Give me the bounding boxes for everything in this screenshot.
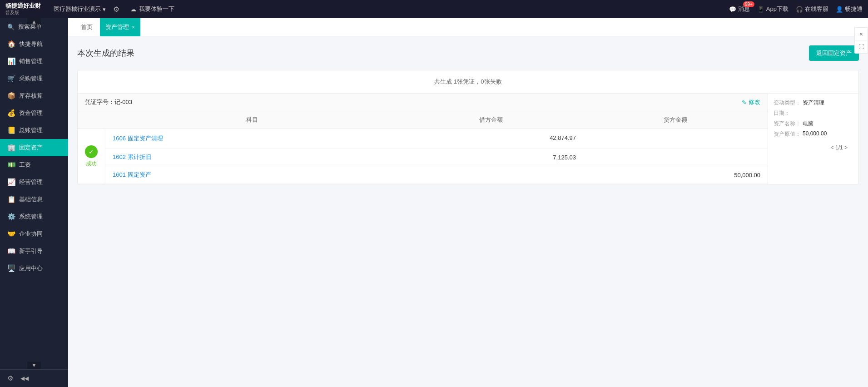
ledger-icon: 📒	[7, 126, 15, 134]
message-icon: 💬	[729, 6, 736, 13]
sidebar-item-inventory[interactable]: 📦 库存核算	[0, 87, 68, 104]
next-page-btn[interactable]: >	[844, 144, 848, 151]
close-panel-btn[interactable]: ×	[855, 28, 868, 40]
enterprise-icon: 🤝	[7, 230, 15, 238]
sidebar-item-purchase[interactable]: 🛒 采购管理	[0, 70, 68, 87]
account-cell-0: 1606 固定资产清理	[105, 129, 399, 149]
logo-text: 畅捷通好业财	[5, 2, 41, 10]
header-right: 💬 消息 99+ 📱 App下载 🎧 在线客服 👤 畅捷通	[729, 5, 863, 13]
voucher-table: 科目 借方金额 贷方金额	[78, 111, 768, 184]
change-type-row: 变动类型： 资产清理	[774, 99, 853, 107]
top-header: 畅捷通好业财 普及版 医疗器械行业演示 ▾ ⚙ ☁ 我要体验一下 💬 消息 99…	[0, 0, 868, 18]
company-selector[interactable]: 医疗器械行业演示 ▾	[54, 5, 106, 13]
scroll-up-btn[interactable]: ▲	[27, 18, 41, 25]
sidebar-label-appstore: 应用中心	[19, 264, 43, 273]
sidebar-label-quicknav: 快捷导航	[19, 40, 43, 48]
sidebar-label-inventory: 库存核算	[19, 92, 43, 100]
change-type-label: 变动类型：	[774, 99, 801, 107]
col-status	[78, 111, 105, 129]
tab-home-label: 首页	[81, 23, 93, 31]
sidebar-item-salary[interactable]: 💵 工资	[0, 156, 68, 174]
sidebar-item-guide[interactable]: 📖 新手引导	[0, 243, 68, 260]
sidebar-collapse-btn[interactable]: ◀◀	[20, 375, 29, 382]
sidebar-label-system: 系统管理	[19, 213, 43, 221]
tab-home[interactable]: 首页	[75, 18, 98, 36]
sidebar-item-basic[interactable]: 📋 基础信息	[0, 191, 68, 208]
page-title: 本次生成的结果	[77, 48, 134, 59]
logo: 畅捷通好业财 普及版	[5, 2, 41, 16]
sidebar-item-sales[interactable]: 📊 销售管理	[0, 53, 68, 70]
credit-cell-2: 50,000.00	[583, 166, 768, 184]
app-download-btn[interactable]: 📱 App下载	[757, 5, 789, 13]
sidebar-bottom: ⚙ ◀◀	[0, 369, 68, 387]
appstore-icon: 🖥️	[7, 264, 15, 273]
sidebar-item-enterprise[interactable]: 🤝 企业协同	[0, 225, 68, 243]
edit-button[interactable]: ✎ 修改	[742, 98, 760, 106]
system-icon: ⚙️	[7, 213, 15, 221]
home-icon: 🏠	[7, 40, 15, 48]
original-value-row: 资产原值： 50,000.00	[774, 130, 853, 138]
sidebar: ▲ 🔍 搜索菜单 🏠 快捷导航 📊 销售管理 🛒 采购管理 📦 库存核算 💰 资…	[0, 18, 68, 387]
sidebar-item-appstore[interactable]: 🖥️ 应用中心	[0, 260, 68, 277]
original-value-value: 50,000.00	[803, 130, 827, 138]
sidebar-item-operations[interactable]: 📈 经营管理	[0, 174, 68, 191]
main-layout: ▲ 🔍 搜索菜单 🏠 快捷导航 📊 销售管理 🛒 采购管理 📦 库存核算 💰 资…	[0, 18, 868, 387]
purchase-icon: 🛒	[7, 74, 15, 83]
return-fixed-asset-button[interactable]: 返回固定资产	[809, 45, 859, 61]
message-btn[interactable]: 💬 消息 99+	[729, 5, 750, 13]
account-cell-2: 1601 固定资产	[105, 166, 399, 184]
app-download-label: App下载	[766, 5, 789, 13]
company-name: 医疗器械行业演示	[54, 5, 101, 13]
table-row-2: 1601 固定资产 50,000.00	[78, 166, 768, 184]
success-icon: ✓	[85, 145, 98, 158]
tab-asset-label: 资产管理	[105, 23, 129, 31]
headset-icon: 🎧	[796, 6, 803, 13]
original-value-label: 资产原值：	[774, 130, 801, 138]
sidebar-settings-icon[interactable]: ⚙	[7, 374, 13, 382]
sidebar-item-quicknav[interactable]: 🏠 快捷导航	[0, 35, 68, 53]
experience-btn[interactable]: ☁ 我要体验一下	[130, 5, 174, 13]
message-badge: 99+	[743, 1, 754, 7]
voucher-number: 凭证字号：记-003	[85, 98, 132, 106]
success-label: 成功	[85, 160, 98, 168]
settings-icon[interactable]: ⚙	[113, 5, 119, 14]
user-label: 畅捷通	[845, 5, 863, 13]
pagination[interactable]: < 1/1 >	[774, 141, 853, 154]
sidebar-label-purchase: 采购管理	[19, 74, 43, 83]
sidebar-item-system[interactable]: ⚙️ 系统管理	[0, 208, 68, 225]
content-area: 首页 资产管理 × 本次生成的结果 返回固定资产 共生成 1张凭证，0张失败	[68, 18, 868, 387]
panel-controls: × ⛶	[854, 27, 868, 54]
credit-cell-1	[583, 149, 768, 166]
sidebar-label-operations: 经营管理	[19, 178, 43, 186]
sidebar-item-fixed[interactable]: 🏢 固定资产	[0, 139, 68, 156]
table-row-1: 1602 累计折旧 7,125.03	[78, 149, 768, 166]
user-btn[interactable]: 👤 畅捷通	[836, 5, 863, 13]
expand-panel-btn[interactable]: ⛶	[855, 40, 868, 53]
col-subject: 科目	[105, 111, 399, 129]
tab-close-btn[interactable]: ×	[132, 24, 135, 30]
credit-cell-0	[583, 129, 768, 149]
funds-icon: 💰	[7, 109, 15, 117]
prev-page-btn[interactable]: <	[831, 144, 834, 151]
asset-name-row: 资产名称： 电脑	[774, 120, 853, 128]
table-row-0: ✓ 成功 1606 固定资产清理 42,874.97	[78, 129, 768, 149]
voucher-header-row: 凭证字号：记-003 ✎ 修改	[78, 94, 768, 111]
sidebar-label-ledger: 总账管理	[19, 126, 43, 134]
operations-icon: 📈	[7, 178, 15, 186]
sidebar-item-funds[interactable]: 💰 资金管理	[0, 104, 68, 122]
fixed-icon: 🏢	[7, 144, 15, 152]
page-title-row: 本次生成的结果 返回固定资产	[77, 45, 859, 61]
page-content: 本次生成的结果 返回固定资产 共生成 1张凭证，0张失败 凭证字号：记-003 …	[68, 36, 868, 387]
cloud-icon: ☁	[130, 6, 136, 13]
online-service-btn[interactable]: 🎧 在线客服	[796, 5, 828, 13]
basic-icon: 📋	[7, 195, 15, 203]
sidebar-item-ledger[interactable]: 📒 总账管理	[0, 122, 68, 139]
sidebar-label-funds: 资金管理	[19, 109, 43, 117]
page-indicator: 1/1	[835, 144, 844, 151]
date-row: 日期：	[774, 109, 853, 117]
mobile-icon: 📱	[757, 6, 764, 13]
tab-asset-management[interactable]: 资产管理 ×	[100, 18, 140, 36]
asset-name-label: 资产名称：	[774, 120, 801, 128]
summary-text: 共生成 1张凭证，0张失败	[434, 78, 501, 85]
scroll-down-btn[interactable]: ▼	[27, 362, 41, 369]
